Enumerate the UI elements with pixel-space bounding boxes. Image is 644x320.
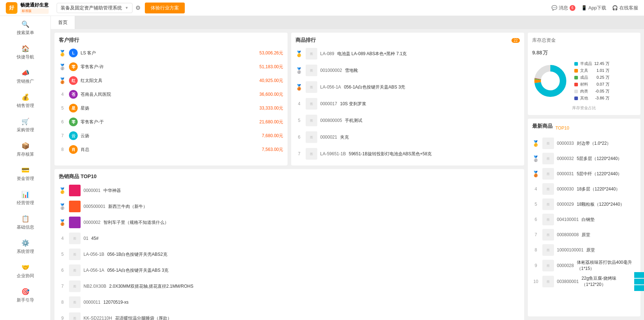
legend-label: 半成品 [580,61,592,66]
tab-home[interactable]: 首页 [51,16,75,29]
customer-rank-panel: 客户排行 🥇 L LS 客户 53,006.26元🥈 零 零售客户-许 51,1… [54,33,288,165]
sidebar-label: 快捷导航 [17,54,34,60]
product-image: 图 [542,214,554,225]
sidebar-item-采购管理[interactable]: 🛒 采购管理 [0,113,50,138]
hot-product-item: 🥈 000500001 新西兰牛肉（新牛） [59,200,520,213]
product-name: 电池盖 LA-089 ABS本色+黑种 7.1克 [337,51,520,57]
legend-color-swatch [574,62,578,66]
sidebar-item-企业协同[interactable]: 🤝 企业协同 [0,259,50,283]
hot-product-item: 🥉 0000002 智利车子里（规格不知道填什么） [59,216,520,229]
product-name: 056-1A白色按键开关盖ABS 3克 [107,267,520,274]
product-name: 12070519-xs [103,300,520,305]
messages-button[interactable]: 💬 消息 6 [551,5,575,11]
online-service-button[interactable]: 🎧 在线客服 [612,5,638,11]
hot-product-item: 7 图 NB2.0X30B 2.0X30MM双搓花轴,搓花直径2.1MM/ROH… [59,279,520,293]
medal-icon: 🥉 [59,77,66,84]
system-selector[interactable]: 装备及固定资产辅助管理系统 ▼ [57,3,133,13]
legend-color-swatch [574,69,578,73]
top-bar: 好 畅捷通好生意 标准版 装备及固定资产辅助管理系统 ▼ ⚙ 体验行业方案 💬 … [0,0,644,16]
medal-icon: 🥇 [59,187,66,194]
product-image: 图 [542,183,554,195]
product-name: 5层多层（1220*2440） [577,156,636,162]
product-rank-panel: 商品排行 22 🥇 图 LA-089 电池盖 LA-089 ABS本色+黑种 7… [291,33,524,165]
product-code: 000500001 [83,204,105,209]
rank-number: 5 [59,252,66,257]
customer-amount: 51,183.00元 [260,64,283,70]
rank-number: 8 [532,247,539,253]
cs-hotline-button[interactable]: 客服热线 [634,272,644,278]
new-product-item: 🥇 图 0000033 封边带（1.0*22） [532,137,636,150]
settings-icon[interactable]: ⚙ [135,4,140,11]
product-name: 2.0X30MM双搓花轴,搓花直径2.1MM/ROHS [109,283,520,290]
customer-name: 零售客户-许 [81,64,257,70]
donut-chart [532,63,568,99]
hot-product-item: 6 图 LA-056-1A 056-1A白色按键开关盖ABS 3克 [59,263,520,277]
sidebar-item-新手引导[interactable]: 🎯 新手引导 [0,283,50,308]
trial-button[interactable]: 体验行业方案 [145,3,185,13]
medal-icon: 🥉 [532,171,539,177]
customer-amount: 7,563.00元 [262,147,283,153]
product-name: 5层中纤（1220*2440） [577,171,636,177]
product-code: LA-056-1A [83,268,104,273]
cs-community-button[interactable]: 服务社区 [634,279,644,284]
product-thumbnail: 图 [69,233,81,244]
product-name: 原堂 [582,232,636,238]
cs-live-button[interactable]: 直播 [634,285,644,291]
product-image: 图 [542,260,554,271]
sidebar-item-基础信息[interactable]: 📋 基础信息 [0,210,50,235]
product-image: 图 [306,148,317,160]
rank-number: 7 [59,133,66,138]
rank-number: 9 [59,316,66,320]
legend-label: 其他 [580,95,593,101]
product-thumbnail [69,185,81,196]
legend-value: -0.05 万 [595,89,609,94]
sidebar-label: 资金管理 [17,176,34,182]
legend-item: 其他 -3.86 万 [574,95,610,101]
rank-number: 4 [59,236,66,241]
product-rank-item: 🥈 图 001000002 雪地靴 [295,63,520,78]
legend-color-swatch [574,90,578,93]
sidebar-label: 基础信息 [17,224,34,230]
product-image: 图 [542,229,554,241]
product-code: LA-59651-1B [320,151,346,156]
product-code: 0000002 [83,220,101,225]
product-code: 10000100001 [557,247,583,253]
sidebar-item-经营管理[interactable]: 📊 经营管理 [0,186,50,210]
sidebar-item-系统管理[interactable]: ⚙️ 系统管理 [0,235,50,259]
product-image: 图 [542,153,554,164]
rank-number: 8 [59,147,66,152]
cs-widget: 客服热线 服务社区 直播 [634,272,644,291]
rank-number: 10 [532,279,539,284]
sidebar-item-销售管理[interactable]: 💰 销售管理 [0,89,50,113]
sidebar-label: 新手引导 [17,297,34,303]
medal-icon: 🥈 [59,63,66,70]
product-code: 0000033 [557,141,574,146]
product-code: 0000029 [557,202,574,207]
product-name: 原堂 [586,247,636,253]
sidebar-item-快捷导航[interactable]: 🏠 快捷导航 [0,40,50,65]
medal-icon: 🥈 [532,155,539,162]
medal-icon: 🥈 [295,67,303,74]
product-image: 图 [306,65,317,76]
rank-number: 6 [295,135,303,140]
sidebar-item-营销推广[interactable]: 📣 营销推广 [0,65,50,89]
customer-avatar: 云 [69,131,78,140]
customer-amount: 33,333.00元 [260,105,283,111]
product-image: 图 [306,81,317,93]
hot-products-title: 热销商品 TOP10 [59,173,520,180]
new-products-title: 最新商品 [532,123,553,130]
sidebar-item-库存核算[interactable]: 📦 库存核算 [0,138,50,162]
product-code: LA-089 [320,51,334,56]
sidebar-item-搜索菜单[interactable]: 🔍 搜索菜单 [0,16,50,40]
legend-value: 1.01 万 [596,68,609,73]
customer-rank-item: 6 零 零售客户-于 21,680.00元 [59,116,283,128]
new-products-badge: TOP10 [555,126,569,131]
product-name: 花语暖恒温分腿睡袋（厚款） [115,315,520,320]
app-download-button[interactable]: 📱 App下载 [581,5,606,11]
sidebar-item-资金管理[interactable]: 💳 资金管理 [0,162,50,186]
product-code: LA-056-1B [83,252,104,257]
product-code: 003800001 [557,279,579,284]
hot-product-item: 🥇 0000001 中华神器 [59,184,520,197]
product-rank-item: 5 图 000800005 手机测试 [295,113,520,128]
product-name: 雪地靴 [345,67,520,74]
